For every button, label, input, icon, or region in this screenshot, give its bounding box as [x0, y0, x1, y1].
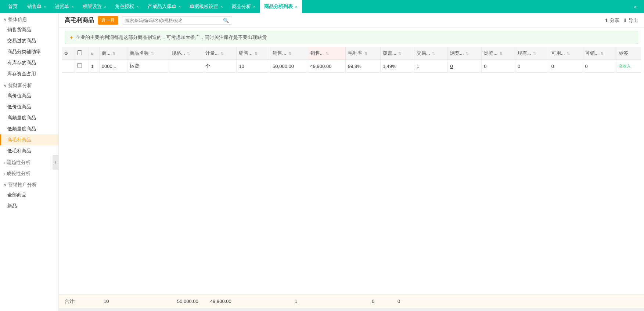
col-checkbox[interactable] [75, 47, 89, 60]
footer-sales-qty: 10 [101, 299, 175, 304]
cell-unit: 个 [203, 60, 237, 73]
row-checkbox[interactable] [77, 63, 82, 68]
col-name[interactable]: 商品名称 ⇅ [127, 47, 169, 60]
cell-spec [169, 60, 203, 73]
sort-browse1-icon: ⇅ [466, 51, 469, 55]
cell-checkbox[interactable] [75, 60, 89, 73]
tip-bar: ✦ 企业的主要的利润都是这部分商品创造的，可考虑加大推广，同时关注库存是不要出现… [65, 31, 638, 44]
sort-unit-icon: ⇅ [221, 51, 224, 55]
period-button[interactable]: 近一月 [98, 16, 118, 25]
cell-browse1[interactable]: 0 [448, 60, 482, 73]
sidebar-group-trend[interactable]: › 流趋性分析 [0, 156, 58, 167]
sidebar-item-low-value[interactable]: 低价值商品 [0, 101, 58, 112]
sidebar-item-traded-goods[interactable]: 交易过的商品 [0, 35, 58, 46]
sidebar-item-all-goods[interactable]: 全部商品 [0, 189, 58, 200]
col-margin-rate[interactable]: 毛利率 ⇅ [345, 47, 380, 60]
tip-icon: ✦ [69, 35, 73, 40]
sidebar-item-low-margin[interactable]: 低毛利商品 [0, 145, 58, 156]
cell-coverage: 1.49% [380, 60, 414, 73]
cell-index: 1 [89, 60, 99, 73]
col-coverage[interactable]: 覆盖... ⇅ [380, 47, 414, 60]
sidebar-item-high-margin[interactable]: 高毛利商品 [0, 134, 58, 145]
sidebar-item-sales-goods[interactable]: 销售货商品 [0, 24, 58, 35]
sort-saleable-icon: ⇅ [601, 51, 604, 55]
sidebar-group-growth[interactable]: › 成长性分析 [0, 167, 58, 178]
cell-name: 运费 [127, 60, 169, 73]
horizontal-scrollbar[interactable] [59, 308, 644, 311]
cell-sales-cost: 49,900.00 [308, 60, 345, 73]
col-sales-cost[interactable]: 销售... ⇅ [308, 47, 345, 60]
col-available[interactable]: 可用... ⇅ [549, 47, 583, 60]
col-sales-amount[interactable]: 销售... ⇅ [270, 47, 308, 60]
nav-tab-sales[interactable]: 销售单 × [23, 0, 50, 13]
arrow-down-icon-2: ∨ [4, 83, 7, 88]
footer-transaction: 1 [292, 299, 318, 304]
close-tab-analysis-list[interactable]: × [295, 4, 297, 9]
search-input[interactable] [125, 18, 223, 23]
footer-label: 合计: [65, 298, 94, 305]
nav-tab-home[interactable]: 首页 [3, 0, 23, 13]
sidebar-item-analysis-assist[interactable]: 商品分类辅助率 [0, 46, 58, 57]
col-sales-qty[interactable]: 销售... ⇅ [237, 47, 270, 60]
close-tab-permission[interactable]: × [104, 4, 106, 9]
nav-tab-permission[interactable]: 权限设置 × [78, 0, 111, 13]
col-browse2[interactable]: 浏览... ⇅ [482, 47, 515, 60]
share-button[interactable]: ⬆ 分享 [604, 17, 619, 24]
col-unit[interactable]: 计量... ⇅ [203, 47, 237, 60]
sort-browse2-icon: ⇅ [500, 51, 503, 55]
sort-coverage-icon: ⇅ [398, 51, 401, 55]
sort-name-icon: ⇅ [151, 51, 154, 55]
col-code[interactable]: 商... ⇅ [99, 47, 127, 60]
col-settings[interactable]: ⚙ [62, 47, 75, 60]
sidebar-item-high-sales[interactable]: 高频量度商品 [0, 112, 58, 123]
sort-available-icon: ⇅ [567, 51, 570, 55]
col-tag[interactable]: 标签 [616, 47, 641, 60]
page-title: 高毛利商品 [65, 17, 94, 24]
cell-current-qty: 0 [515, 60, 549, 73]
sidebar-collapse-button[interactable]: ‹ [53, 155, 58, 170]
cell-settings [62, 60, 75, 73]
col-current-qty[interactable]: 现有... ⇅ [515, 47, 549, 60]
close-tab-analysis[interactable]: × [253, 4, 255, 9]
col-browse1[interactable]: 浏览... ⇅ [448, 47, 482, 60]
cell-margin-rate: 99.8% [345, 60, 380, 73]
close-tab-purchase[interactable]: × [71, 4, 73, 9]
arrow-down-icon: ∨ [4, 17, 7, 22]
select-all-checkbox[interactable] [77, 50, 82, 55]
arrow-right-icon: › [4, 160, 5, 165]
nav-tab-template[interactable]: 单据模板设置 × [185, 0, 227, 13]
sidebar-item-inventory-occupy[interactable]: 库存资金占用 [0, 68, 58, 79]
nav-tab-role[interactable]: 角色授权 × [111, 0, 143, 13]
footer-available: 0 [395, 299, 421, 304]
nav-tab-analysis-list[interactable]: 商品分析列表 × [260, 0, 302, 13]
nav-tab-purchase[interactable]: 进货单 × [50, 0, 78, 13]
nav-tab-analysis[interactable]: 商品分析 × [227, 0, 260, 13]
close-tab-product-in[interactable]: × [179, 4, 181, 9]
cell-sales-amount: 50,000.00 [270, 60, 308, 73]
window-close-button[interactable]: × [629, 3, 641, 10]
share-icon: ⬆ [604, 18, 608, 23]
search-icon[interactable]: 🔍 [223, 18, 229, 23]
sidebar-item-inventory-goods[interactable]: 有库存的商品 [0, 57, 58, 68]
sidebar-group-wealth[interactable]: ∨ 贫财富分析 [0, 79, 58, 90]
col-transaction[interactable]: 交易... ⇅ [414, 47, 448, 60]
col-saleable[interactable]: 可销... ⇅ [583, 47, 616, 60]
export-button[interactable]: ⬇ 导出 [623, 17, 638, 24]
sidebar-item-low-sales[interactable]: 低频量度商品 [0, 123, 58, 134]
close-tab-template[interactable]: × [220, 4, 223, 9]
arrow-down-icon-3: ∨ [4, 182, 7, 187]
sort-sales-qty-icon: ⇅ [255, 51, 258, 55]
close-tab-role[interactable]: × [136, 4, 138, 9]
tip-text: 企业的主要的利润都是这部分商品创造的，可考虑加大推广，同时关注库存是不要出现缺货 [76, 34, 267, 41]
nav-tab-product-in[interactable]: 产成品入库单 × [143, 0, 185, 13]
sidebar-item-new-goods[interactable]: 新品 [0, 200, 58, 211]
sidebar: ‹ ∨ 整体信息 销售货商品 交易过的商品 商品分类辅助率 有库存的商品 库存资… [0, 13, 59, 311]
main-layout: ‹ ∨ 整体信息 销售货商品 交易过的商品 商品分类辅助率 有库存的商品 库存资… [0, 13, 644, 311]
close-tab-sales[interactable]: × [44, 4, 46, 9]
sidebar-item-high-value[interactable]: 高价值商品 [0, 90, 58, 101]
sidebar-group-marketing[interactable]: ∨ 营销推广分析 [0, 178, 58, 189]
sidebar-group-overall[interactable]: ∨ 整体信息 [0, 13, 58, 24]
col-spec[interactable]: 规格... ⇅ [169, 47, 203, 60]
arrow-right-icon-2: › [4, 171, 5, 176]
sort-transaction-icon: ⇅ [432, 51, 435, 55]
